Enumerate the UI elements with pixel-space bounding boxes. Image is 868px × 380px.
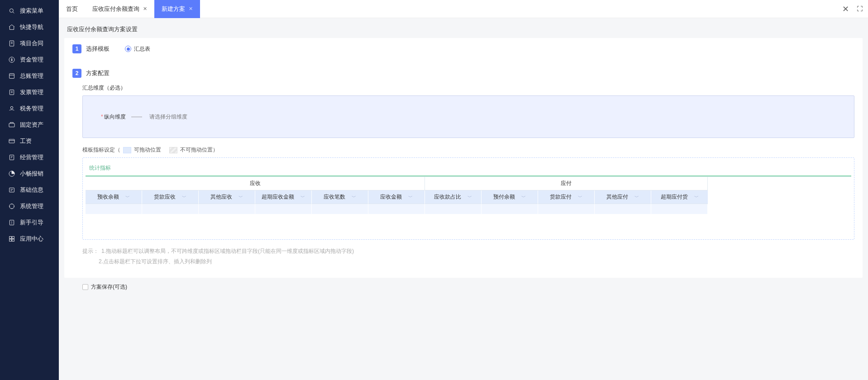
svg-point-12 [12, 223, 12, 224]
svg-rect-3 [10, 74, 14, 79]
sidebar-item-10[interactable]: 小畅报销 [0, 166, 59, 182]
tab-2[interactable]: 新建方案✕ [154, 0, 200, 18]
indicator-column-header[interactable]: 货款应收﹀ [142, 190, 199, 204]
tabs-bar: 首页应收应付余额查询✕新建方案✕ ✕ [59, 0, 868, 18]
home-icon [8, 24, 15, 31]
sidebar-item-4[interactable]: 总账管理 [0, 68, 59, 84]
sidebar-item-9[interactable]: 经营管理 [0, 149, 59, 166]
dimension-select[interactable] [148, 110, 193, 123]
chevron-down-icon[interactable]: ﹀ [634, 194, 639, 200]
indicator-cell [425, 204, 482, 214]
sidebar-item-11[interactable]: 基础信息 [0, 182, 59, 198]
chevron-down-icon[interactable]: ﹀ [694, 194, 699, 200]
chevron-down-icon[interactable]: ﹀ [182, 194, 186, 200]
column-label: 应收款占比 [434, 194, 461, 200]
indicator-column-header[interactable]: 预付余额﹀ [482, 190, 538, 204]
step1-header: 1 选择模板 汇总表 [72, 44, 854, 53]
sidebar-item-8[interactable]: 工资 [0, 133, 59, 149]
column-label: 超期应付货 [661, 194, 688, 200]
tab-label: 首页 [66, 5, 78, 13]
template-radio-summary[interactable]: 汇总表 [125, 45, 150, 53]
indicator-column-header[interactable]: 超期应收金额﹀ [255, 190, 312, 204]
sidebar-item-label: 总账管理 [20, 72, 43, 80]
chevron-down-icon[interactable]: ﹀ [352, 194, 356, 200]
sidebar-item-label: 小畅报销 [20, 170, 43, 178]
indicator-column-header[interactable]: 其他应收﹀ [199, 190, 255, 204]
sidebar-item-13[interactable]: 新手引导 [0, 214, 59, 231]
indicator-cell [538, 204, 595, 214]
step2-num: 2 [72, 69, 81, 78]
indicator-column-header[interactable]: 超期应付货﹀ [651, 190, 708, 204]
tab-1[interactable]: 应收应付余额查询✕ [85, 0, 154, 18]
sidebar-item-1[interactable]: 快捷导航 [0, 19, 59, 35]
dim-field-label: *纵向维度 [101, 113, 126, 121]
sidebar-item-14[interactable]: 应用中心 [0, 231, 59, 247]
svg-point-5 [10, 106, 13, 109]
sidebar-item-label: 固定资产 [20, 121, 43, 129]
apps-icon [8, 235, 15, 242]
search-icon [8, 7, 15, 14]
step2-title: 方案配置 [86, 69, 110, 77]
tab-label: 新建方案 [162, 5, 185, 13]
sidebar-item-6[interactable]: 税务管理 [0, 100, 59, 117]
column-label: 其他应付 [606, 194, 628, 200]
radio-icon [125, 46, 131, 52]
sidebar-item-label: 税务管理 [20, 104, 43, 113]
indicator-column-header[interactable]: 应收款占比﹀ [425, 190, 482, 204]
draggable-swatch-icon [123, 147, 131, 153]
sidebar-item-label: 应用中心 [20, 235, 43, 243]
indicator-cell [651, 204, 708, 214]
tax-icon [8, 105, 15, 112]
chevron-down-icon[interactable]: ﹀ [467, 194, 472, 200]
sidebar-item-label: 快捷导航 [20, 23, 43, 31]
nondraggable-label: 不可拖动位置） [180, 146, 218, 154]
radio-label: 汇总表 [134, 45, 150, 53]
save-checkbox[interactable] [82, 284, 88, 290]
doc-icon [8, 40, 15, 47]
save-label: 方案保存(可选) [91, 283, 127, 291]
indicator-cell [482, 204, 538, 214]
indicator-column-header[interactable]: 预收余额﹀ [86, 190, 142, 204]
indicator-column-header[interactable]: 应收金额﹀ [368, 190, 425, 204]
dash-icon [131, 117, 142, 117]
sidebar-item-label: 资金管理 [20, 56, 43, 64]
dimension-box: *纵向维度 [82, 95, 854, 138]
draggable-label: 可拖动位置 [134, 146, 161, 154]
sidebar-item-label: 搜索菜单 [20, 7, 43, 15]
chevron-down-icon[interactable]: ﹀ [300, 194, 305, 200]
save-row[interactable]: 方案保存(可选) [69, 283, 868, 300]
sidebar-item-3[interactable]: 资金管理 [0, 52, 59, 68]
column-label: 应收笔数 [324, 194, 345, 200]
svg-rect-6 [9, 124, 14, 127]
system-icon [8, 203, 15, 210]
sidebar-item-7[interactable]: 固定资产 [0, 117, 59, 133]
svg-rect-14 [12, 237, 14, 239]
tab-close-icon[interactable]: ✕ [189, 6, 193, 12]
indicator-cell [86, 204, 142, 214]
indicator-label-prefix: 模板指标设定（ [82, 146, 120, 154]
svg-rect-16 [12, 239, 14, 242]
money-icon [8, 56, 15, 63]
main-area: 首页应收应付余额查询✕新建方案✕ ✕ 应收应付余额查询方案设置 1 选择模板 [59, 0, 868, 380]
fullscreen-button[interactable] [856, 5, 863, 14]
sidebar-item-0[interactable]: 搜索菜单 [0, 3, 59, 19]
chevron-down-icon[interactable]: ﹀ [125, 194, 130, 200]
sidebar-item-12[interactable]: 系统管理 [0, 198, 59, 214]
sidebar-item-2[interactable]: 项目合同 [0, 35, 59, 52]
guide-icon [8, 219, 15, 226]
step1-num: 1 [72, 44, 81, 53]
content-scroll[interactable]: 应收应付余额查询方案设置 1 选择模板 汇总表 2 方案配置 [59, 18, 868, 380]
chevron-down-icon[interactable]: ﹀ [238, 194, 243, 200]
tab-0[interactable]: 首页 [59, 0, 85, 18]
indicator-column-header[interactable]: 应收笔数﹀ [312, 190, 368, 204]
chevron-down-icon[interactable]: ﹀ [521, 194, 526, 200]
close-all-tabs-button[interactable]: ✕ [842, 4, 849, 14]
chevron-down-icon[interactable]: ﹀ [578, 194, 582, 200]
sidebar-item-5[interactable]: 发票管理 [0, 84, 59, 100]
tab-close-icon[interactable]: ✕ [143, 6, 147, 12]
chevron-down-icon[interactable]: ﹀ [408, 194, 413, 200]
indicator-column-header[interactable]: 货款应付﹀ [538, 190, 595, 204]
biz-icon [8, 154, 15, 161]
indicator-column-header[interactable]: 其他应付﹀ [595, 190, 651, 204]
sidebar-item-label: 基础信息 [20, 186, 43, 194]
